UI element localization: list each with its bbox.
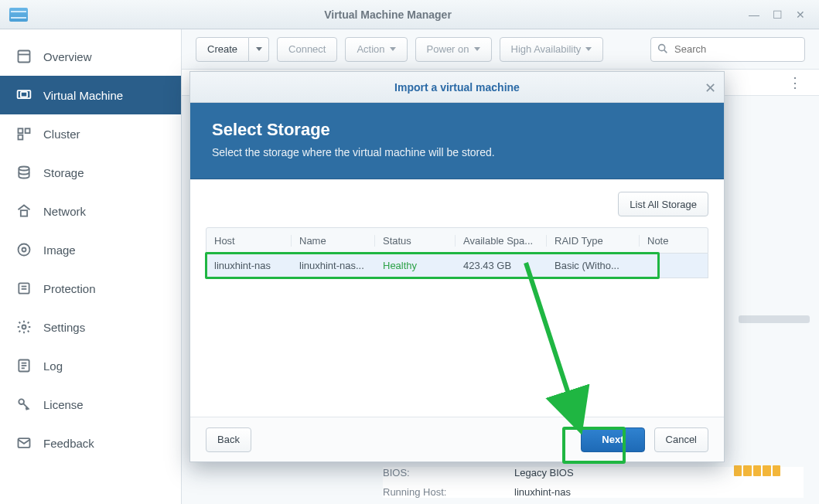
next-button[interactable]: Next xyxy=(581,427,644,452)
bios-value: Legacy BIOS xyxy=(514,467,574,478)
create-button-group: Create xyxy=(196,37,269,62)
sidebar-item-label: Network xyxy=(43,205,86,218)
search-icon xyxy=(657,43,669,58)
cell-status: Healthy xyxy=(375,260,456,271)
more-options-icon[interactable]: ⋮ xyxy=(785,74,805,91)
modal-titlebar: Import a virtual machine ✕ xyxy=(190,72,724,103)
toolbar: Create Connect Action Power on High Avai… xyxy=(182,29,819,70)
close-icon[interactable]: ✕ xyxy=(705,80,716,97)
sidebar-item-virtual-machine[interactable]: Virtual Machine xyxy=(0,76,181,114)
modal-body: List All Storage Host Name Status Availa… xyxy=(190,179,724,417)
usage-bars-icon xyxy=(734,465,780,476)
sidebar-item-cluster[interactable]: Cluster xyxy=(0,114,181,153)
banner-subtitle: Select the storage where the virtual mac… xyxy=(212,146,702,158)
cell-host: linuxhint-nas xyxy=(206,260,292,271)
sidebar-item-label: Settings xyxy=(43,321,85,334)
sidebar-item-label: Cluster xyxy=(43,128,80,141)
sidebar-item-label: Virtual Machine xyxy=(43,89,123,102)
feedback-icon xyxy=(15,434,32,451)
network-icon xyxy=(15,203,32,220)
storage-icon xyxy=(15,164,32,181)
column-note[interactable]: Note xyxy=(640,235,708,247)
column-name[interactable]: Name xyxy=(292,235,375,247)
power-on-button[interactable]: Power on xyxy=(415,37,492,62)
import-vm-modal: Import a virtual machine ✕ Select Storag… xyxy=(189,71,725,462)
ha-label: High Availability xyxy=(511,43,582,55)
cell-raid: Basic (Witho... xyxy=(547,260,640,271)
column-available[interactable]: Available Spa... xyxy=(456,235,547,247)
vm-icon xyxy=(15,87,32,104)
create-button[interactable]: Create xyxy=(196,37,249,62)
sidebar-item-label: Feedback xyxy=(43,437,94,450)
column-status[interactable]: Status xyxy=(375,235,456,247)
svg-point-14 xyxy=(22,325,26,329)
running-host-label: Running Host: xyxy=(383,486,514,498)
sidebar-item-overview[interactable]: Overview xyxy=(0,37,181,76)
sidebar-item-label: Overview xyxy=(43,50,92,63)
svg-line-22 xyxy=(664,49,667,53)
column-host[interactable]: Host xyxy=(206,235,292,247)
license-icon xyxy=(15,396,32,413)
chevron-down-icon xyxy=(390,47,396,51)
sidebar-item-label: Protection xyxy=(43,282,96,295)
back-button[interactable]: Back xyxy=(206,427,251,452)
sidebar: Overview Virtual Machine Cluster Storage… xyxy=(0,29,182,504)
bios-label: BIOS: xyxy=(383,467,514,478)
power-on-label: Power on xyxy=(427,43,469,55)
modal-banner: Select Storage Select the storage where … xyxy=(190,103,724,179)
search-input[interactable] xyxy=(650,37,805,62)
settings-icon xyxy=(15,318,32,335)
cancel-button[interactable]: Cancel xyxy=(654,427,708,452)
svg-point-7 xyxy=(19,167,29,171)
svg-point-19 xyxy=(19,399,24,404)
sidebar-item-label: Storage xyxy=(43,166,84,179)
banner-title: Select Storage xyxy=(212,120,702,140)
sidebar-item-network[interactable]: Network xyxy=(0,192,181,230)
list-all-storage-button[interactable]: List All Storage xyxy=(618,192,708,216)
sidebar-item-image[interactable]: Image xyxy=(0,230,181,269)
placeholder-bar xyxy=(739,315,810,323)
image-icon xyxy=(15,241,32,258)
sidebar-item-label: Image xyxy=(43,243,76,257)
high-availability-button[interactable]: High Availability xyxy=(500,37,604,62)
app-icon xyxy=(9,8,28,22)
action-button[interactable]: Action xyxy=(345,37,407,62)
connect-button[interactable]: Connect xyxy=(277,37,337,62)
modal-title: Import a virtual machine xyxy=(394,81,520,94)
svg-point-21 xyxy=(659,44,665,50)
running-host-value: linuxhint-nas xyxy=(514,486,571,498)
cell-available: 423.43 GB xyxy=(456,260,547,271)
svg-rect-5 xyxy=(26,128,30,133)
svg-rect-0 xyxy=(19,51,30,63)
overview-icon xyxy=(15,48,32,65)
sidebar-item-label: Log xyxy=(43,359,63,373)
chevron-down-icon xyxy=(256,47,262,51)
sidebar-item-protection[interactable]: Protection xyxy=(0,269,181,308)
svg-rect-6 xyxy=(19,135,23,140)
modal-footer: Back Next Cancel xyxy=(190,417,724,461)
svg-point-10 xyxy=(22,248,26,252)
close-window-icon[interactable]: ✕ xyxy=(794,9,807,21)
svg-point-9 xyxy=(19,244,30,256)
column-raid[interactable]: RAID Type xyxy=(547,235,640,247)
chevron-down-icon xyxy=(474,47,480,51)
cell-name: linuxhint-nas... xyxy=(292,260,375,271)
storage-table-header: Host Name Status Available Spa... RAID T… xyxy=(206,227,708,254)
window-titlebar: Virtual Machine Manager — ☐ ✕ xyxy=(0,0,819,29)
log-icon xyxy=(15,357,32,374)
create-dropdown-toggle[interactable] xyxy=(249,37,269,62)
maximize-icon[interactable]: ☐ xyxy=(771,9,783,21)
minimize-icon[interactable]: — xyxy=(748,9,760,21)
sidebar-item-settings[interactable]: Settings xyxy=(0,308,181,346)
sidebar-item-storage[interactable]: Storage xyxy=(0,153,181,192)
storage-table-row[interactable]: linuxhint-nas linuxhint-nas... Healthy 4… xyxy=(206,254,708,278)
sidebar-item-label: License xyxy=(43,398,84,411)
sidebar-item-log[interactable]: Log xyxy=(0,346,181,385)
cluster-icon xyxy=(15,125,32,142)
window-title: Virtual Machine Manager xyxy=(324,9,452,21)
sidebar-item-license[interactable]: License xyxy=(0,385,181,424)
sidebar-item-feedback[interactable]: Feedback xyxy=(0,424,181,462)
detail-panel: BIOS: Legacy BIOS Running Host: linuxhin… xyxy=(383,467,804,498)
svg-rect-3 xyxy=(21,92,27,97)
svg-rect-8 xyxy=(21,210,27,216)
